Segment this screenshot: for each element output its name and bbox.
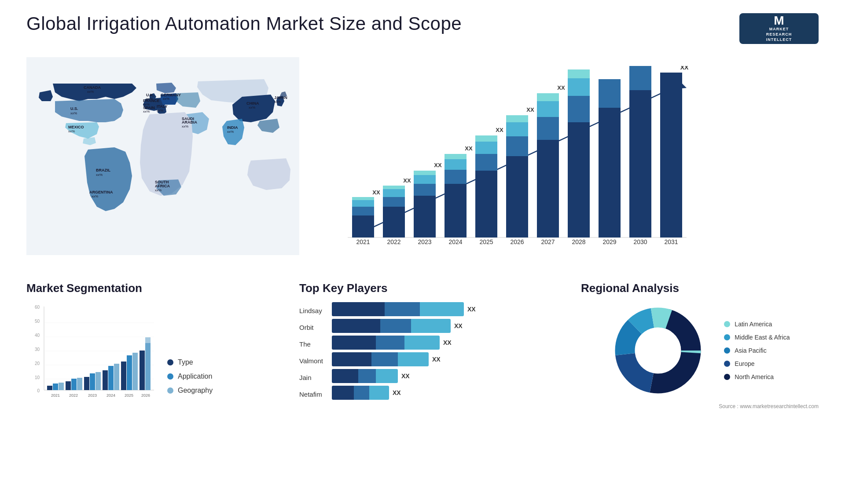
na-label: North America [735,373,774,380]
regional-title: Regional Analysis [581,281,819,295]
svg-text:xx%: xx% [68,129,75,133]
bar-xx-jain: XX [401,373,410,380]
svg-rect-37 [352,200,374,207]
svg-rect-128 [145,337,151,390]
svg-rect-111 [71,379,77,390]
reg-legend-europe: Europe [724,360,790,367]
svg-text:2025: 2025 [479,238,493,245]
bar-xx-valmont: XX [432,356,441,363]
svg-rect-84 [599,79,621,108]
growth-chart-wrapper: 2021 XX 2022 XX 2023 XX [326,66,819,255]
latin-dot [724,321,730,327]
svg-text:2030: 2030 [633,238,647,245]
svg-rect-110 [66,381,71,390]
bar-seg3 [420,302,464,316]
bar-row-the: XX [332,336,572,350]
svg-rect-120 [114,364,119,390]
svg-rect-73 [537,101,559,117]
bar-row-jain: XX [332,369,572,383]
svg-text:xx%: xx% [143,110,150,113]
svg-rect-35 [352,215,374,237]
svg-text:xx%: xx% [274,100,281,104]
svg-text:xx%: xx% [249,106,255,110]
seg-inner: 0 10 20 30 40 50 60 [26,302,290,409]
bar-orbit [332,319,451,333]
svg-rect-59 [475,171,497,237]
svg-text:xx%: xx% [227,130,234,134]
svg-rect-62 [475,135,497,142]
svg-rect-119 [108,366,114,390]
regional-inner: Latin America Middle East & Africa Asia … [581,302,819,399]
player-netafim: Netafim [299,386,323,402]
type-dot [167,359,173,365]
legend-type: Type [167,358,290,366]
svg-rect-118 [103,370,108,390]
bar-the [332,336,440,350]
svg-text:xx%: xx% [87,90,94,94]
svg-text:XX: XX [496,127,503,133]
svg-text:BRAZIL: BRAZIL [96,168,110,172]
svg-text:xx%: xx% [163,97,169,101]
svg-text:30: 30 [35,347,40,352]
player-orbit: Orbit [299,319,323,336]
svg-rect-55 [445,159,467,170]
logo-m: M [774,15,784,27]
world-map-svg: CANADA xx% U.S. xx% MEXICO xx% BRAZIL xx… [26,57,299,255]
logo-area: M MARKETRESEARCHINTELLECT [739,13,819,44]
na-dot [724,374,730,380]
svg-text:2026: 2026 [141,393,150,398]
svg-rect-54 [445,170,467,184]
bar-row-lindsay: XX [332,302,572,316]
svg-text:CHINA: CHINA [246,101,259,106]
svg-text:XX: XX [372,189,380,196]
svg-rect-38 [352,197,374,200]
bar-row-orbit: XX [332,319,572,333]
svg-text:XX: XX [588,66,596,67]
players-title: Top Key Players [299,281,572,295]
reg-legend-latin: Latin America [724,321,790,328]
mea-dot [724,334,730,340]
svg-text:xx%: xx% [96,173,103,177]
svg-text:2023: 2023 [418,238,431,245]
svg-text:2027: 2027 [541,238,555,245]
geography-dot [167,387,173,394]
svg-rect-43 [383,189,405,197]
svg-rect-65 [506,156,528,237]
bar-row-netafim: XX [332,386,572,400]
growth-chart-svg: 2021 XX 2022 XX 2023 XX [326,66,704,255]
svg-text:JAPAN: JAPAN [274,95,287,100]
svg-text:XX: XX [526,106,534,113]
svg-rect-106 [47,386,52,390]
bar-xx-lindsay: XX [467,306,476,313]
svg-text:AFRICA: AFRICA [155,184,170,188]
player-the: The [299,336,323,352]
bar-seg1 [332,302,385,316]
svg-text:2025: 2025 [125,393,133,398]
svg-text:0: 0 [37,388,40,393]
svg-text:XX: XX [465,145,473,152]
svg-rect-56 [445,154,467,159]
svg-rect-42 [383,197,405,207]
apac-label: Asia Pacific [735,347,766,354]
svg-text:2023: 2023 [88,393,97,398]
latin-label: Latin America [735,321,772,328]
svg-text:ARGENTINA: ARGENTINA [89,190,113,194]
svg-rect-72 [537,117,559,140]
players-inner: Lindsay Orbit The Valmont Jain Netafim [299,302,572,405]
canada-label: CANADA [84,85,101,90]
svg-text:40: 40 [35,333,40,338]
svg-rect-126 [140,351,145,390]
svg-text:50: 50 [35,319,40,324]
apac-dot [724,347,730,354]
bar-netafim [332,386,389,400]
svg-rect-112 [77,378,82,390]
svg-rect-49 [414,175,436,184]
svg-text:2022: 2022 [387,238,400,245]
bar-seg2 [385,302,420,316]
svg-rect-123 [127,355,132,390]
svg-text:10: 10 [35,375,40,380]
donut-container [610,302,706,399]
svg-text:MEXICO: MEXICO [68,125,84,129]
svg-text:xx%: xx% [182,124,188,128]
svg-rect-87 [629,66,651,90]
